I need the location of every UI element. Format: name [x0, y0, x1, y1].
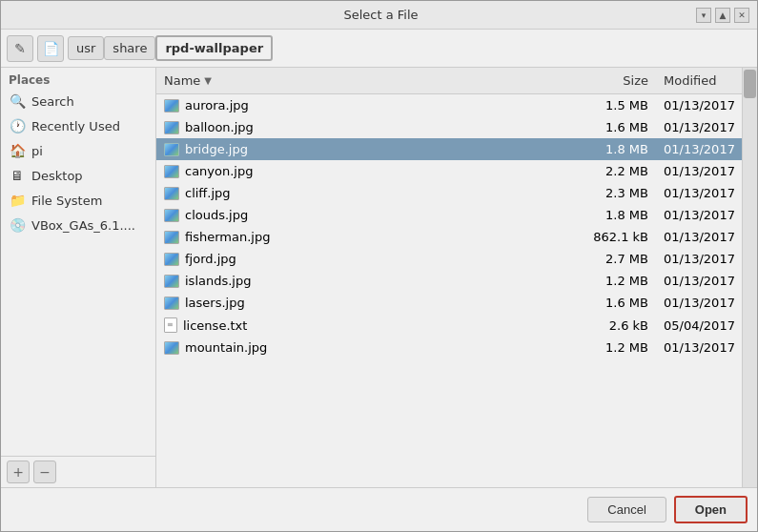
image-icon	[164, 165, 179, 178]
file-modified-cell: 01/13/2017	[656, 119, 742, 135]
file-modified-cell: 01/13/2017	[656, 273, 742, 289]
file-modified-cell: 01/13/2017	[656, 229, 742, 245]
table-row[interactable]: cliff.jpg 2.3 MB 01/13/2017	[156, 182, 742, 204]
table-row[interactable]: aurora.jpg 1.5 MB 01/13/2017	[156, 94, 742, 116]
file-modified-cell: 01/13/2017	[656, 185, 742, 201]
up-icon: 📄	[43, 41, 59, 56]
up-button[interactable]: 📄	[37, 35, 64, 62]
sidebar-item-label: Desktop	[31, 169, 83, 183]
file-name-cell: aurora.jpg	[156, 97, 580, 113]
image-icon	[164, 297, 179, 310]
file-modified-cell: 01/13/2017	[656, 339, 742, 356]
dialog: Select a File ▾ ▲ ✕ ✎ 📄 usr share rpd-wa…	[0, 0, 758, 532]
image-icon	[164, 231, 179, 244]
file-size-cell: 1.2 MB	[580, 273, 656, 289]
minimize-button[interactable]: ▾	[696, 8, 711, 23]
clock-icon: 🕐	[9, 118, 26, 133]
file-modified-cell: 01/13/2017	[656, 295, 742, 311]
file-modified-cell: 01/13/2017	[656, 207, 742, 223]
main-area: Places 🔍 Search 🕐 Recently Used 🏠 pi 🖥 D…	[1, 68, 757, 487]
file-size-cell: 1.2 MB	[580, 339, 656, 356]
file-modified-cell: 01/13/2017	[656, 141, 742, 157]
cancel-button[interactable]: Cancel	[587, 497, 666, 522]
image-icon	[164, 143, 179, 156]
image-icon	[164, 121, 179, 134]
file-size-cell: 2.2 MB	[580, 163, 656, 179]
breadcrumb-share[interactable]: share	[104, 36, 155, 60]
titlebar-controls: ▾ ▲ ✕	[696, 8, 749, 23]
file-name-cell: fisherman.jpg	[156, 229, 580, 245]
remove-bookmark-button[interactable]: −	[33, 460, 56, 483]
sidebar-item-label: pi	[31, 144, 43, 158]
file-size-cell: 1.5 MB	[580, 97, 656, 113]
file-modified-cell: 05/04/2017	[656, 317, 742, 334]
edit-button[interactable]: ✎	[7, 35, 33, 62]
table-row[interactable]: bridge.jpg 1.8 MB 01/13/2017	[156, 138, 742, 160]
column-size[interactable]: Size	[580, 72, 656, 90]
table-row[interactable]: lasers.jpg 1.6 MB 01/13/2017	[156, 292, 742, 314]
table-row[interactable]: fjord.jpg 2.7 MB 01/13/2017	[156, 248, 742, 270]
sidebar-header: Places	[1, 68, 155, 89]
image-icon	[164, 275, 179, 288]
file-name-cell: lasers.jpg	[156, 295, 580, 311]
file-size-cell: 1.6 MB	[580, 119, 656, 135]
image-icon	[164, 253, 179, 266]
table-row[interactable]: license.txt 2.6 kB 05/04/2017	[156, 314, 742, 337]
breadcrumb-usr[interactable]: usr	[68, 36, 104, 60]
table-row[interactable]: clouds.jpg 1.8 MB 01/13/2017	[156, 204, 742, 226]
sidebar-footer: + −	[1, 456, 155, 487]
table-row[interactable]: fisherman.jpg 862.1 kB 01/13/2017	[156, 226, 742, 248]
file-size-cell: 2.6 kB	[580, 317, 656, 334]
sidebar-item-label: Search	[31, 94, 74, 109]
table-row[interactable]: islands.jpg 1.2 MB 01/13/2017	[156, 270, 742, 292]
sidebar-item-recently-used[interactable]: 🕐 Recently Used	[1, 113, 155, 138]
open-button[interactable]: Open	[674, 496, 748, 523]
sidebar: Places 🔍 Search 🕐 Recently Used 🏠 pi 🖥 D…	[1, 68, 156, 487]
file-name-cell: cliff.jpg	[156, 185, 580, 201]
edit-icon: ✎	[14, 41, 26, 56]
sidebar-item-label: File System	[31, 194, 102, 208]
table-row[interactable]: balloon.jpg 1.6 MB 01/13/2017	[156, 116, 742, 138]
sidebar-item-label: Recently Used	[31, 119, 120, 133]
sort-arrow-icon: ▼	[204, 75, 212, 86]
table-row[interactable]: canyon.jpg 2.2 MB 01/13/2017	[156, 160, 742, 182]
desktop-icon: 🖥	[9, 168, 26, 183]
table-row[interactable]: mountain.jpg 1.2 MB 01/13/2017	[156, 337, 742, 358]
file-size-cell: 2.7 MB	[580, 251, 656, 267]
sidebar-item-filesystem[interactable]: 📁 File System	[1, 188, 155, 213]
sidebar-item-desktop[interactable]: 🖥 Desktop	[1, 163, 155, 188]
add-bookmark-button[interactable]: +	[7, 460, 30, 483]
sidebar-item-vbox[interactable]: 💿 VBox_GAs_6.1....	[1, 213, 155, 237]
sidebar-item-label: VBox_GAs_6.1....	[31, 218, 135, 233]
file-size-cell: 1.8 MB	[580, 141, 656, 157]
search-icon: 🔍	[9, 93, 26, 109]
breadcrumb-rpd-wallpaper[interactable]: rpd-wallpaper	[155, 35, 273, 61]
file-size-cell: 1.6 MB	[580, 295, 656, 311]
image-icon	[164, 341, 179, 355]
breadcrumb: usr share rpd-wallpaper	[68, 35, 273, 61]
scrollbar[interactable]	[742, 68, 757, 487]
file-table-header: Name ▼ Size Modified	[156, 68, 742, 94]
image-icon	[164, 99, 179, 113]
file-area: Name ▼ Size Modified aurora.jpg 1.5 MB 0…	[156, 68, 742, 487]
titlebar: Select a File ▾ ▲ ✕	[1, 1, 757, 30]
file-name-cell: fjord.jpg	[156, 251, 580, 267]
file-size-cell: 1.8 MB	[580, 207, 656, 223]
close-button[interactable]: ✕	[734, 8, 749, 23]
file-size-cell: 862.1 kB	[580, 229, 656, 245]
file-modified-cell: 01/13/2017	[656, 97, 742, 113]
column-name[interactable]: Name ▼	[156, 72, 580, 90]
disc-icon: 💿	[9, 217, 26, 233]
sidebar-item-pi[interactable]: 🏠 pi	[1, 138, 155, 163]
image-icon	[164, 187, 179, 200]
file-name-cell: islands.jpg	[156, 273, 580, 289]
maximize-button[interactable]: ▲	[715, 8, 730, 23]
sidebar-item-search[interactable]: 🔍 Search	[1, 89, 155, 113]
home-icon: 🏠	[9, 143, 26, 158]
file-name-cell: balloon.jpg	[156, 119, 580, 135]
file-name-cell: clouds.jpg	[156, 207, 580, 223]
dialog-title: Select a File	[66, 8, 696, 22]
file-list[interactable]: aurora.jpg 1.5 MB 01/13/2017 balloon.jpg…	[156, 94, 742, 487]
column-modified[interactable]: Modified	[656, 72, 742, 90]
scrollbar-thumb[interactable]	[744, 70, 756, 98]
